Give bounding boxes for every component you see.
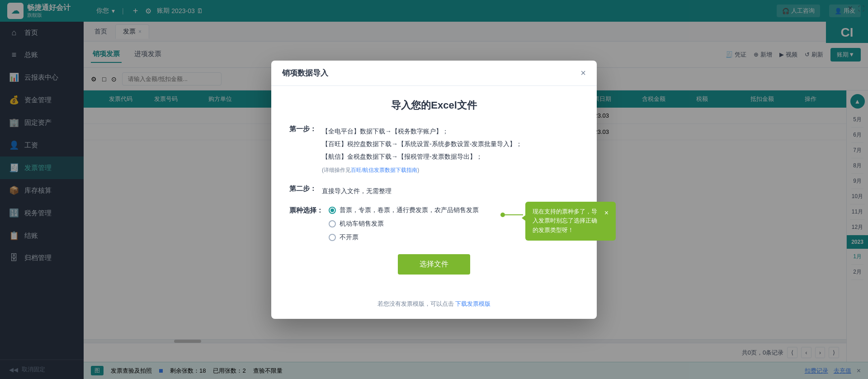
step2-row: 第二步： 直接导入文件，无需整理 [289,185,579,197]
step1-line3: 【航信】金税盘数据下载→【报税管理-发票数据导出】； [322,150,522,163]
tooltip-dot [500,213,505,217]
radio-none[interactable]: 不开票 [329,233,479,242]
tooltip-arrow [522,215,525,221]
tooltip-text: 现在支持的票种多了，导入发票时别忘了选择正确的发票类型呀！ [533,207,601,235]
import-modal: 销项数据导入 × 导入您的Excel文件 第一步： 【全电平台】数据下载→【税务… [271,61,597,319]
ticket-row: 票种选择： 普票，专票，卷票，通行费发票，农产品销售发票 机动车销售发票 [289,206,579,242]
download-template-link[interactable]: 下载发票模版 [455,300,491,307]
radio-group: 普票，专票，卷票，通行费发票，农产品销售发票 机动车销售发票 不开票 [329,206,479,242]
radio-motor-circle [329,220,336,227]
select-file-button[interactable]: 选择文件 [398,254,470,275]
tooltip-box: 现在支持的票种多了，导入发票时别忘了选择正确的发票类型呀！ × [525,202,616,241]
modal-main-title: 导入您的Excel文件 [289,99,579,112]
step2-label: 第二步： [289,185,316,197]
radio-motor[interactable]: 机动车销售发票 [329,220,479,228]
radio-none-label: 不开票 [340,233,359,242]
step2-text: 直接导入文件，无需整理 [322,185,392,197]
modal-title: 销项数据导入 [282,68,328,78]
guide-link[interactable]: 百旺/航信发票数据下载指南 [351,167,417,173]
radio-normal-circle [329,207,336,214]
radio-none-circle [329,234,336,241]
step1-content: 【全电平台】数据下载→【税务数字账户】； 【百旺】税控盘数据下载→【系统设置-系… [322,125,522,175]
tooltip-line [505,214,523,215]
tooltip-content: 现在支持的票种多了，导入发票时别忘了选择正确的发票类型呀！ × [533,207,609,235]
step1-note: (详细操作见百旺/航信发票数据下载指南) [322,165,522,175]
radio-normal-label: 普票，专票，卷票，通行费发票，农产品销售发票 [340,206,479,214]
radio-motor-label: 机动车销售发票 [340,220,384,228]
modal-header: 销项数据导入 × [271,61,597,86]
modal-close-button[interactable]: × [580,68,586,77]
step1-row: 第一步： 【全电平台】数据下载→【税务数字账户】； 【百旺】税控盘数据下载→【系… [289,125,579,175]
step1-line1: 【全电平台】数据下载→【税务数字账户】； [322,125,522,137]
step1-line2: 【百旺】税控盘数据下载→【系统设置-系统参数设置-发票批量导入】； [322,137,522,150]
ticket-label: 票种选择： [289,206,323,242]
tooltip-close-button[interactable]: × [604,207,609,219]
step1-label: 第一步： [289,125,316,175]
radio-normal[interactable]: 普票，专票，卷票，通行费发票，农产品销售发票 [329,206,479,214]
modal-footer: 若您没有发票模版，可以点击 下载发票模版 [271,300,597,319]
modal-body: 导入您的Excel文件 第一步： 【全电平台】数据下载→【税务数字账户】； 【百… [271,86,597,300]
modal-overlay: 销项数据导入 × 导入您的Excel文件 第一步： 【全电平台】数据下载→【税务… [0,0,868,379]
footer-text: 若您没有发票模版，可以点击 [377,300,454,307]
